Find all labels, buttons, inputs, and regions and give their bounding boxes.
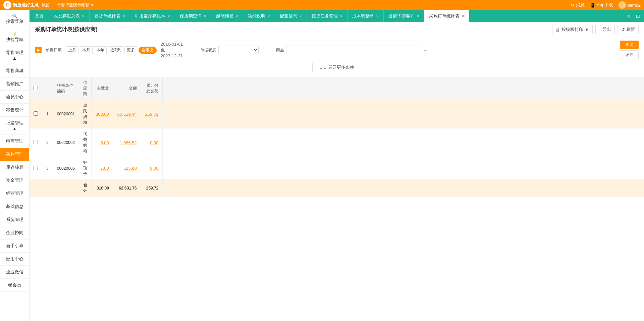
tab-close-available-inv[interactable]: ✕ <box>167 14 170 18</box>
tab-close-pick-task[interactable]: ✕ <box>340 14 342 18</box>
sidebar-item-marketing[interactable]: 营销推广 <box>0 77 29 91</box>
td-paid-1: 259.72 <box>141 100 163 128</box>
goods-more-icon[interactable]: ··· <box>422 48 429 53</box>
goods-input[interactable] <box>286 46 420 54</box>
tab-pick-task[interactable]: 拣货任务管理 ✕ <box>307 10 347 22</box>
qty-link-1[interactable]: 303.00 <box>96 112 109 117</box>
footer-extra-cell <box>163 180 644 197</box>
more-conditions-row: ⌄⌄ 展开更多条件 <box>35 61 639 73</box>
amount-link-2[interactable]: 1,586.52 <box>120 140 137 145</box>
date-shortcut-this-month[interactable]: 本月 <box>80 46 93 54</box>
amount-link-3[interactable]: 525.80 <box>123 166 137 171</box>
paid-link-1[interactable]: 259.72 <box>145 112 159 117</box>
tab-purchase-stat[interactable]: 采购订单统计表 ✕ <box>424 10 469 22</box>
tab-home[interactable]: 首页 <box>30 10 49 22</box>
sidebar-item-inventory[interactable]: 库存核算 <box>0 161 29 174</box>
tab-close-cost-adjust[interactable]: ✕ <box>376 14 379 18</box>
footer-index-cell <box>42 180 53 197</box>
filter-area: ▶ 单据日期 上月 本月 本年 近7天 更多 自定义 2016-01-01 至 … <box>30 37 644 77</box>
sidebar-item-system[interactable]: 系统管理 <box>0 213 29 226</box>
tab-invite-customer[interactable]: 邀请下游客户 ✕ <box>384 10 424 22</box>
sidebar-item-shortcut[interactable]: ⚡ 快捷导航 <box>0 28 29 46</box>
row-checkbox-3[interactable] <box>34 166 38 170</box>
export-btn[interactable]: ↓ 导出 <box>595 25 615 34</box>
tab-cost-adjust[interactable]: 成本调整单 ✕ <box>347 10 384 22</box>
paid-link-2[interactable]: 0.00 <box>150 140 158 145</box>
sidebar-item-retail[interactable]: 零售管理 ▲ <box>0 46 29 64</box>
td-extra-2 <box>163 128 644 157</box>
date-shortcut-this-year[interactable]: 本年 <box>94 46 107 54</box>
row-checkbox-1[interactable] <box>34 111 38 116</box>
template-print-btn[interactable]: 🖨 按模板打印 ▼ <box>552 25 593 34</box>
tab-goods-stat[interactable]: 要货单统计表 ✕ <box>90 10 130 22</box>
logo-icon: 好 <box>3 1 11 9</box>
tab-maximize-btn[interactable]: ⊡ <box>635 13 641 19</box>
tab-feature-desc[interactable]: 功能说明 ✕ <box>243 10 275 22</box>
date-shortcut-last-month[interactable]: 上月 <box>66 46 78 54</box>
tab-expiry[interactable]: 保质期查询 ✕ <box>175 10 211 22</box>
sidebar-item-retail-stat[interactable]: 零售统计 <box>0 104 29 117</box>
tab-available-inv[interactable]: 可用量库存账本 ✕ <box>130 10 175 22</box>
td-supplier-2: 飞鹤奶粉 <box>79 128 92 157</box>
message-btn[interactable]: ✉ 消息 <box>571 2 585 8</box>
tab-close-expiry[interactable]: ✕ <box>204 14 206 18</box>
tab-close-invite-customer[interactable]: ✕ <box>417 14 419 18</box>
status-select[interactable] <box>218 46 259 54</box>
sidebar-item-app-center[interactable]: 应用中心 <box>0 253 29 266</box>
tab-close-purchase-stat[interactable]: ✕ <box>462 14 464 18</box>
settings-btn[interactable]: 设置 <box>620 50 639 59</box>
tab-close-all-btn[interactable]: ✕ <box>625 13 632 19</box>
user-profile[interactable]: E demo2 <box>619 1 641 9</box>
td-checkbox-3 <box>30 157 42 180</box>
tab-close-goods-stat[interactable]: ✕ <box>122 14 125 18</box>
tab-overstock[interactable]: 超储预警 ✕ <box>211 10 243 22</box>
sidebar-item-enterprise[interactable]: 企业协同 <box>0 226 29 239</box>
qty-link-3[interactable]: 7.00 <box>101 166 109 171</box>
date-to: 2023-12-31 <box>161 53 183 58</box>
sidebar-item-purchase[interactable]: 采购管理 <box>0 148 29 161</box>
td-index-1: 1 <box>42 100 53 128</box>
tab-close-receive-pay[interactable]: ✕ <box>82 14 85 18</box>
tab-receive-pay[interactable]: 收发存汇总表 ✕ <box>49 10 90 22</box>
wholesale-arrow-icon: ▲ <box>12 126 17 131</box>
status-filter: 单据状态 <box>200 46 259 54</box>
message-label: 消息 <box>576 2 585 8</box>
filter-expand-btn[interactable]: ▶ <box>35 47 42 53</box>
tab-close-feature-desc[interactable]: ✕ <box>267 14 270 18</box>
sidebar-item-basic[interactable]: 基础信息 <box>0 200 29 213</box>
select-all-checkbox[interactable] <box>34 86 38 90</box>
footer-label-cell <box>53 180 79 197</box>
date-shortcut-custom[interactable]: 自定义 <box>139 47 157 54</box>
qty-link-2[interactable]: 6.00 <box>101 140 109 145</box>
app-download-btn[interactable]: 📱 App下载 <box>590 2 613 8</box>
tab-close-config[interactable]: ✕ <box>299 14 302 18</box>
sidebar-item-guide[interactable]: 新手引导 <box>0 239 29 253</box>
sidebar-item-wholesale[interactable]: 批发管理 ▲ <box>0 117 29 135</box>
sidebar-item-wechat[interactable]: 企业微信 <box>0 266 29 279</box>
sidebar-item-search[interactable]: 🔍 搜索菜单 <box>0 10 29 28</box>
refresh-btn[interactable]: ↺ 刷新 <box>618 25 639 34</box>
sidebar-item-member[interactable]: 会员中心 <box>0 91 29 104</box>
search-btn[interactable]: 查询 <box>620 41 639 49</box>
sidebar-item-operations[interactable]: 经营管理 <box>0 187 29 200</box>
amount-link-1[interactable]: 60,519.44 <box>117 112 137 117</box>
sidebar-item-ecommerce[interactable]: 电商管理 <box>0 135 29 148</box>
content-area: 首页 收发存汇总表 ✕ 要货单统计表 ✕ 可用量库存账本 ✕ 保质期查询 ✕ 超… <box>30 10 644 321</box>
workspace-selector[interactable]: 母婴行业演示账套 ▼ <box>57 2 94 8</box>
date-to-label: 至 <box>161 47 183 53</box>
tab-close-overstock[interactable]: ✕ <box>235 14 238 18</box>
row-checkbox-2[interactable] <box>34 140 38 144</box>
logo-text: 畅捷通好生意 <box>13 2 39 8</box>
sidebar-item-finance[interactable]: 资金管理 <box>0 174 29 187</box>
date-shortcuts: 上月 本月 本年 近7天 更多 自定义 <box>66 46 157 54</box>
expand-more-conditions-btn[interactable]: ⌄⌄ 展开更多条件 <box>312 63 361 72</box>
date-shortcut-7days[interactable]: 近7天 <box>108 46 123 54</box>
footer-paid-cell: 259.72 <box>141 180 163 197</box>
page-header: 采购订单统计表(按供应商) 🖨 按模板打印 ▼ ↓ 导出 ↺ 刷新 <box>30 22 644 37</box>
tab-config[interactable]: 配置信息 ✕ <box>275 10 307 22</box>
td-amount-1: 60,519.44 <box>113 100 141 128</box>
sidebar-item-vip[interactable]: 畅会员 <box>0 279 29 292</box>
date-shortcut-more[interactable]: 更多 <box>124 46 137 54</box>
paid-link-3[interactable]: 0.00 <box>150 166 158 171</box>
sidebar-item-retail-shop[interactable]: 零售商城 <box>0 64 29 77</box>
